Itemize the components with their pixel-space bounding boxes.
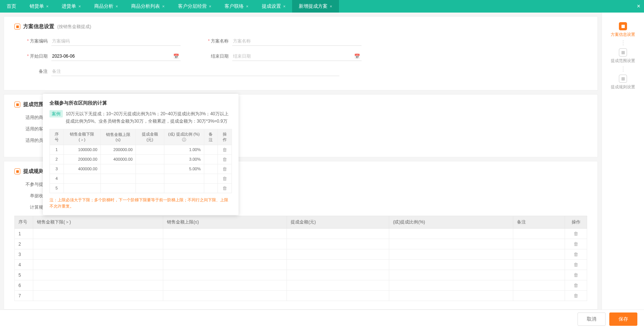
table-row: 3400000.005.00%🗑 — [50, 164, 232, 174]
table-row: 1100000.00200000.001.00%🗑 — [50, 145, 232, 154]
nav-step[interactable]: 方案信息设置 — [611, 19, 635, 40]
tooltip-note: 注：上限必须大于下限；多个阶梯时，下一个阶梯下限要等于前一阶梯上限；不同行之间下… — [49, 197, 232, 210]
tab-销货单[interactable]: 销货单× — [23, 0, 55, 13]
start-date-label: 开始日期 — [30, 54, 48, 59]
tooltip-grid: 序号 销售金额下限 (＞) 销售金额上限 (≤) 提成金额 (元) (或) 提成… — [49, 129, 232, 193]
trash-icon[interactable]: 🗑 — [222, 185, 227, 191]
section-title: 方案信息设置 — [23, 23, 54, 30]
name-input[interactable] — [232, 37, 362, 46]
table-row: 4🗑 — [50, 174, 232, 183]
table-row[interactable]: 5🗑 — [15, 270, 587, 280]
tooltip-title: 全额参与所在区间段的计算 — [49, 100, 232, 106]
col-amount: 提成金额(元) — [287, 216, 389, 229]
end-date-input[interactable] — [232, 52, 362, 61]
rule-grid: 序号 销售金额下限(＞) 销售金额上限(≤) 提成金额(元) (或)提成比例(%… — [14, 216, 587, 301]
col-seq: 序号 — [15, 216, 33, 229]
tab-close-icon[interactable]: × — [209, 4, 211, 8]
tab-close-icon[interactable]: × — [162, 4, 164, 8]
tab-商品分析列表[interactable]: 商品分析列表× — [124, 0, 171, 13]
footer-bar: 取消 保存 — [0, 310, 644, 328]
col-op: 操作 — [565, 216, 587, 229]
calendar-icon[interactable]: 📅 — [173, 54, 179, 59]
trash-icon[interactable]: 🗑 — [573, 252, 578, 257]
nav-step-icon — [619, 48, 627, 57]
table-row[interactable]: 2🗑 — [15, 239, 587, 249]
tab-提成设置[interactable]: 提成设置× — [255, 0, 292, 13]
table-row: 2200000.00400000.003.00%🗑 — [50, 154, 232, 164]
start-date-input[interactable] — [51, 52, 181, 61]
trash-icon[interactable]: 🗑 — [222, 157, 227, 162]
section-icon — [14, 24, 20, 30]
remark-label: 备注 — [39, 69, 48, 74]
tab-首页[interactable]: 首页 — [0, 0, 23, 13]
trash-icon[interactable]: 🗑 — [573, 293, 578, 298]
trash-icon[interactable]: 🗑 — [573, 231, 578, 236]
code-input[interactable] — [51, 37, 181, 46]
tab-close-icon[interactable]: × — [330, 4, 332, 8]
tab-客户联络[interactable]: 客户联络× — [218, 0, 255, 13]
table-row: 5🗑 — [50, 183, 232, 193]
table-row[interactable]: 7🗑 — [15, 291, 587, 301]
trash-icon[interactable]: 🗑 — [573, 262, 578, 267]
end-date-label: 结束日期 — [211, 54, 229, 59]
panel-plan-info: 方案信息设置 (按销售金额提成) *方案编码 *方案名称 *开始日期 — [4, 16, 598, 90]
col-ratio: (或)提成比例(%) — [389, 216, 513, 229]
cancel-button[interactable]: 取消 — [578, 312, 606, 326]
tab-close-icon[interactable]: × — [78, 4, 80, 8]
section-icon — [14, 168, 20, 174]
trash-icon[interactable]: 🗑 — [222, 176, 227, 181]
close-icon[interactable]: × — [637, 0, 640, 13]
tab-商品分析[interactable]: 商品分析× — [88, 0, 124, 13]
col-lower: 销售金额下限(＞) — [33, 216, 163, 229]
nav-step-icon — [619, 75, 627, 83]
trash-icon[interactable]: 🗑 — [222, 166, 227, 172]
col-upper: 销售金额上限(≤) — [163, 216, 287, 229]
nav-step[interactable]: 提成范围设置 — [611, 45, 635, 66]
trash-icon[interactable]: 🗑 — [573, 241, 578, 247]
example-text: 10万元以下无提成；10~20万元提成比例为1%；20~40万提成比例为3%；4… — [66, 110, 232, 125]
code-label: 方案编码 — [30, 38, 48, 44]
table-row[interactable]: 3🗑 — [15, 249, 587, 260]
tab-新增提成方案[interactable]: 新增提成方案× — [292, 0, 339, 13]
tab-客户分层经营[interactable]: 客户分层经营× — [171, 0, 218, 13]
remark-input[interactable] — [51, 67, 339, 76]
save-button[interactable]: 保存 — [609, 312, 637, 326]
section-subtitle: (按销售金额提成) — [57, 24, 91, 30]
table-row[interactable]: 4🗑 — [15, 260, 587, 270]
example-badge: 案例 — [49, 110, 63, 117]
calendar-icon[interactable]: 📅 — [354, 54, 360, 59]
tab-close-icon[interactable]: × — [46, 4, 48, 8]
tab-close-icon[interactable]: × — [246, 4, 248, 8]
tab-进货单[interactable]: 进货单× — [55, 0, 87, 13]
col-remark: 备注 — [513, 216, 565, 229]
trash-icon[interactable]: 🗑 — [573, 272, 578, 278]
table-row[interactable]: 6🗑 — [15, 280, 587, 291]
tooltip-popup: 全额参与所在区间段的计算 案例 10万元以下无提成；10~20万元提成比例为1%… — [43, 94, 239, 215]
tab-close-icon[interactable]: × — [283, 4, 285, 8]
tabbar: 首页销货单×进货单×商品分析×商品分析列表×客户分层经营×客户联络×提成设置×新… — [0, 0, 644, 13]
trash-icon[interactable]: 🗑 — [222, 147, 227, 153]
trash-icon[interactable]: 🗑 — [573, 283, 578, 288]
table-row[interactable]: 1🗑 — [15, 229, 587, 239]
nav-step[interactable]: 提成规则设置 — [611, 72, 635, 93]
section-icon — [14, 102, 20, 107]
side-nav: 方案信息设置提成范围设置提成规则设置 — [602, 13, 644, 328]
tab-close-icon[interactable]: × — [116, 4, 118, 8]
nav-step-icon — [619, 22, 627, 30]
name-label: 方案名称 — [211, 38, 229, 44]
